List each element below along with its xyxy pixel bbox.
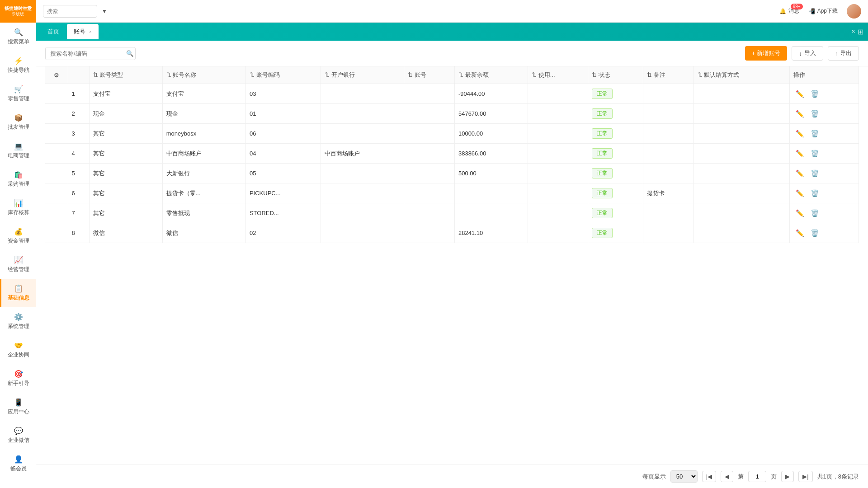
top-bar-left: ▼ <box>43 5 107 18</box>
page-input[interactable] <box>748 471 766 482</box>
app-logo[interactable]: 畅捷通时生意 乐版版 <box>0 0 36 23</box>
delete-button[interactable]: 🗑️ <box>808 169 821 178</box>
last-page-button[interactable]: ▶| <box>798 471 812 482</box>
table-row: 7 其它 零售抵现 STORED... 正常 ✏️ 🗑️ <box>45 203 859 223</box>
sidebar-item-label: 批发管理 <box>8 123 29 131</box>
sidebar-item-inventory[interactable]: 📊 库存核算 <box>0 193 36 222</box>
first-page-button[interactable]: |◀ <box>702 471 716 482</box>
sidebar-item-basic-info[interactable]: 📋 基础信息 <box>0 279 36 307</box>
cell-settlement <box>693 183 790 203</box>
cell-settlement <box>693 203 790 223</box>
top-search-input[interactable] <box>43 5 97 18</box>
cell-usage <box>528 84 588 104</box>
sidebar-item-app-center[interactable]: 📱 应用中心 <box>0 393 36 421</box>
col-status[interactable]: ⇅ 状态 <box>588 66 643 84</box>
sidebar-item-quick-nav[interactable]: ⚡ 快捷导航 <box>0 51 36 80</box>
table-row: 5 其它 大新银行 05 500.00 正常 ✏️ 🗑️ <box>45 164 859 183</box>
export-button[interactable]: ↑ 导出 <box>828 46 859 61</box>
tab-account[interactable]: 账号 × <box>67 24 99 39</box>
sidebar-item-purchase-mgmt[interactable]: 🛍️ 采购管理 <box>0 165 36 193</box>
cell-balance <box>454 183 528 203</box>
cell-status: 正常 <box>588 84 643 104</box>
col-name[interactable]: ⇅ 账号名称 <box>162 66 245 84</box>
next-page-button[interactable]: ▶ <box>781 471 794 482</box>
logo-sub: 乐版版 <box>12 11 24 17</box>
col-code[interactable]: ⇅ 账号编码 <box>245 66 321 84</box>
col-settlement-sort: ⇅ <box>698 71 703 78</box>
delete-button[interactable]: 🗑️ <box>808 109 821 119</box>
edit-button[interactable]: ✏️ <box>793 188 807 198</box>
delete-button[interactable]: 🗑️ <box>808 188 821 198</box>
col-settlement[interactable]: ⇅ 默认结算方式 <box>693 66 790 84</box>
col-balance[interactable]: ⇅ 最新余额 <box>454 66 528 84</box>
prev-page-button[interactable]: ◀ <box>721 471 733 482</box>
cell-account <box>404 164 455 183</box>
edit-button[interactable]: ✏️ <box>793 149 807 159</box>
sidebar-item-system-mgmt[interactable]: ⚙️ 系统管理 <box>0 307 36 336</box>
col-type-sort: ⇅ <box>93 71 98 78</box>
table-row: 8 微信 微信 02 28241.10 正常 ✏️ 🗑️ <box>45 223 859 243</box>
user-avatar[interactable] <box>847 4 861 19</box>
cell-bank: 中百商场账户 <box>321 144 404 164</box>
cell-code: 06 <box>245 124 321 144</box>
sidebar-item-enterprise-agreement[interactable]: 🤝 企业协同 <box>0 336 36 364</box>
col-gear[interactable]: ⚙ <box>45 66 68 84</box>
table-row: 2 现金 现金 01 547670.00 正常 ✏️ 🗑️ <box>45 104 859 124</box>
sidebar-item-finance-mgmt[interactable]: 💰 资金管理 <box>0 222 36 250</box>
tab-account-close[interactable]: × <box>89 29 92 34</box>
cell-settlement <box>693 124 790 144</box>
edit-button[interactable]: ✏️ <box>793 228 807 238</box>
col-remark[interactable]: ⇅ 备注 <box>643 66 694 84</box>
pagination: 每页显示 50 100 200 |◀ ◀ 第 页 ▶ ▶| 共1页，8条记录 <box>36 465 868 488</box>
sidebar-item-business-mgmt[interactable]: 📈 经营管理 <box>0 250 36 279</box>
sidebar-item-search-menu[interactable]: 🔍 搜索菜单 <box>0 23 36 51</box>
edit-button[interactable]: ✏️ <box>793 129 807 139</box>
edit-button[interactable]: ✏️ <box>793 169 807 178</box>
delete-button[interactable]: 🗑️ <box>808 129 821 139</box>
total-text: 共1页，8条记录 <box>817 473 859 481</box>
search-menu-icon: 🔍 <box>14 28 23 37</box>
import-button[interactable]: ↓ 导入 <box>792 46 823 61</box>
tab-expand-button[interactable]: ⊞ <box>858 28 863 36</box>
tab-close-button[interactable]: × <box>851 28 855 36</box>
app-download-button[interactable]: 📲 App下载 <box>808 7 838 15</box>
delete-button[interactable]: 🗑️ <box>808 149 821 159</box>
sidebar-item-new-guide[interactable]: 🎯 新手引导 <box>0 364 36 393</box>
sidebar-item-label: 企业协同 <box>8 351 29 359</box>
sidebar-item-enterprise-wechat[interactable]: 💬 企业微信 <box>0 421 36 450</box>
col-bank[interactable]: ⇅ 开户银行 <box>321 66 404 84</box>
cell-operation: ✏️ 🗑️ <box>790 183 859 203</box>
delete-button[interactable]: 🗑️ <box>808 228 821 238</box>
top-bar: ▼ 🔔 消息 99+ 📲 App下载 <box>36 0 868 23</box>
edit-button[interactable]: ✏️ <box>793 109 807 119</box>
edit-button[interactable]: ✏️ <box>793 89 807 99</box>
per-page-select[interactable]: 50 100 200 <box>670 470 698 483</box>
account-search-input[interactable] <box>46 47 123 60</box>
cell-gear <box>45 144 68 164</box>
cell-remark <box>643 203 694 223</box>
cell-bank <box>321 124 404 144</box>
cell-account <box>404 104 455 124</box>
tab-home[interactable]: 首页 <box>41 24 66 39</box>
cell-gear <box>45 124 68 144</box>
top-bar-right: 🔔 消息 99+ 📲 App下载 <box>779 4 861 19</box>
sidebar-item-member[interactable]: 👤 畅会员 <box>0 450 36 478</box>
add-account-button[interactable]: + 新增账号 <box>745 46 787 61</box>
notification-button[interactable]: 🔔 消息 99+ <box>779 7 799 15</box>
sidebar-item-wholesale-mgmt[interactable]: 📦 批发管理 <box>0 108 36 136</box>
col-type[interactable]: ⇅ 账号类型 <box>89 66 162 84</box>
sidebar-item-ecommerce-mgmt[interactable]: 💻 电商管理 <box>0 136 36 165</box>
cell-usage <box>528 223 588 243</box>
search-button[interactable]: 🔍 <box>123 47 136 60</box>
cell-index: 4 <box>68 144 89 164</box>
add-account-label: + 新增账号 <box>752 49 780 57</box>
delete-button[interactable]: 🗑️ <box>808 89 821 99</box>
col-usage[interactable]: ⇅ 使用... <box>528 66 588 84</box>
top-dropdown[interactable]: ▼ <box>102 8 107 14</box>
col-account[interactable]: ⇅ 账号 <box>404 66 455 84</box>
delete-button[interactable]: 🗑️ <box>808 208 821 218</box>
sidebar-item-retail-mgmt[interactable]: 🛒 零售管理 <box>0 80 36 108</box>
system-mgmt-icon: ⚙️ <box>14 313 23 321</box>
edit-button[interactable]: ✏️ <box>793 208 807 218</box>
cell-status: 正常 <box>588 124 643 144</box>
